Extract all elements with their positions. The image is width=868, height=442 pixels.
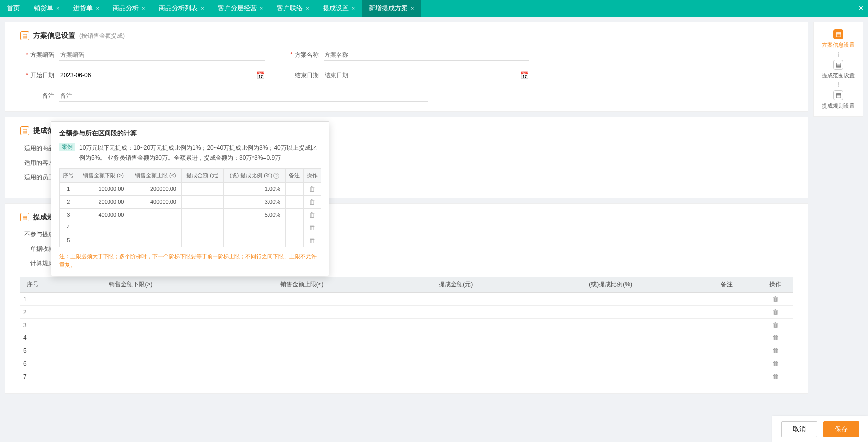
panel-plan-info: ▤ 方案信息设置 (按销售金额提成) 方案编码 方案名称 开始日期	[5, 22, 808, 112]
delete-icon[interactable]: 🗑	[309, 185, 315, 193]
table-row: 5🗑	[60, 234, 321, 247]
label-calc-rule: 计算规则	[20, 259, 54, 268]
panel-icon: ▤	[20, 126, 29, 135]
step-plan-info[interactable]: ▤ 方案信息设置	[822, 29, 855, 49]
delete-icon[interactable]: 🗑	[309, 237, 315, 244]
delete-icon[interactable]: 🗑	[772, 334, 779, 341]
tab-home[interactable]: 首页	[0, 0, 27, 17]
tab-customer-tier[interactable]: 客户分层经营×	[211, 0, 270, 17]
panel-title: 方案信息设置	[33, 31, 75, 40]
tab-product-list[interactable]: 商品分析列表×	[152, 0, 211, 17]
delete-icon[interactable]: 🗑	[772, 295, 779, 303]
label-scope-customer: 适用的客户	[20, 159, 54, 167]
step-icon: ▤	[833, 29, 843, 39]
delete-icon[interactable]: 🗑	[309, 211, 315, 219]
table-row[interactable]: 7🗑	[20, 370, 793, 383]
delete-icon[interactable]: 🗑	[772, 360, 779, 367]
label-plan-code: 方案编码	[20, 51, 54, 59]
input-end-date[interactable]	[324, 70, 519, 81]
close-icon[interactable]: ×	[306, 5, 309, 11]
label-end-date: 结束日期	[285, 71, 319, 80]
delete-icon[interactable]: 🗑	[772, 373, 779, 380]
delete-icon[interactable]: 🗑	[772, 308, 779, 316]
step-icon: ▤	[833, 90, 843, 100]
label-start-date: 开始日期	[20, 71, 54, 80]
calc-rule-popover: 全额参与所在区间段的计算 案例 10万元以下无提成；10~20万元提成比例为1%…	[51, 121, 329, 276]
close-icon[interactable]: ×	[56, 5, 59, 11]
popover-title: 全额参与所在区间段的计算	[59, 129, 321, 138]
popover-table: 序号 销售金额下限 (>) 销售金额上限 (≤) 提成金额 (元) (或) 提成…	[59, 168, 321, 247]
input-remark[interactable]	[59, 90, 428, 102]
input-start-date[interactable]	[59, 70, 254, 81]
close-all-icon[interactable]: ×	[859, 4, 863, 13]
table-row: 4🗑	[60, 221, 321, 234]
tab-customer-contact[interactable]: 客户联络×	[270, 0, 316, 17]
panel-subtitle: (按销售金额提成)	[79, 32, 125, 40]
tab-new-commission[interactable]: 新增提成方案×	[362, 0, 421, 17]
side-step-nav: ▤ 方案信息设置 ▤ 提成范围设置 ▤ 提成规则设置	[813, 22, 863, 117]
table-row[interactable]: 4🗑	[20, 332, 793, 344]
step-scope[interactable]: ▤ 提成范围设置	[822, 60, 855, 79]
label-remark: 备注	[20, 92, 54, 100]
table-row[interactable]: 5🗑	[20, 344, 793, 357]
tab-sales[interactable]: 销货单×	[27, 0, 66, 17]
close-icon[interactable]: ×	[96, 5, 99, 11]
label-plan-name: 方案名称	[285, 51, 319, 59]
delete-icon[interactable]: 🗑	[309, 224, 315, 231]
table-row[interactable]: 1🗑	[20, 293, 793, 306]
close-icon[interactable]: ×	[352, 5, 355, 11]
calendar-icon[interactable]: 📅	[520, 71, 529, 79]
table-row: 3400000.005.00%🗑	[60, 208, 321, 221]
input-plan-code[interactable]	[59, 49, 265, 61]
close-icon[interactable]: ×	[201, 5, 204, 11]
rules-table: 序号 销售金额下限(>) 销售金额上限(≤) 提成金额(元) (或)提成比例(%…	[20, 277, 793, 383]
table-row[interactable]: 6🗑	[20, 357, 793, 370]
panel-icon: ▤	[20, 213, 29, 221]
case-tag: 案例	[59, 143, 75, 151]
delete-icon[interactable]: 🗑	[772, 347, 779, 354]
close-icon[interactable]: ×	[411, 5, 414, 11]
help-icon[interactable]: ?	[273, 173, 279, 179]
table-row: 2200000.00400000.003.00%🗑	[60, 195, 321, 208]
close-icon[interactable]: ×	[142, 5, 145, 11]
calendar-icon[interactable]: 📅	[256, 71, 265, 79]
case-text: 10万元以下无提成；10~20万元提成比例为1%；20~40万提成比例为3%；4…	[79, 143, 321, 163]
input-plan-name[interactable]	[324, 49, 529, 61]
panel-icon: ▤	[20, 31, 29, 40]
label-scope-goods: 适用的商品	[20, 144, 54, 153]
tab-commission-settings[interactable]: 提成设置×	[316, 0, 362, 17]
label-exclude: 不参与提成	[20, 230, 54, 239]
close-icon[interactable]: ×	[260, 5, 263, 11]
step-icon: ▤	[833, 60, 843, 70]
label-single: 单据收款	[20, 245, 54, 253]
table-row[interactable]: 3🗑	[20, 319, 793, 332]
label-scope-staff: 适用的员工	[20, 173, 54, 182]
table-row: 1100000.00200000.001.00%🗑	[60, 182, 321, 195]
table-row[interactable]: 2🗑	[20, 306, 793, 319]
popover-warning: 注：上限必须大于下限；多个阶梯时，下一个阶梯下限要等于前一阶梯上限；不同行之间下…	[59, 252, 321, 270]
top-tab-bar: 首页 销货单× 进货单× 商品分析× 商品分析列表× 客户分层经营× 客户联络×…	[0, 0, 868, 17]
step-rule[interactable]: ▤ 提成规则设置	[822, 90, 855, 110]
tab-purchase[interactable]: 进货单×	[66, 0, 106, 17]
delete-icon[interactable]: 🗑	[772, 321, 779, 329]
tab-product-analysis[interactable]: 商品分析×	[106, 0, 152, 17]
delete-icon[interactable]: 🗑	[309, 198, 315, 206]
